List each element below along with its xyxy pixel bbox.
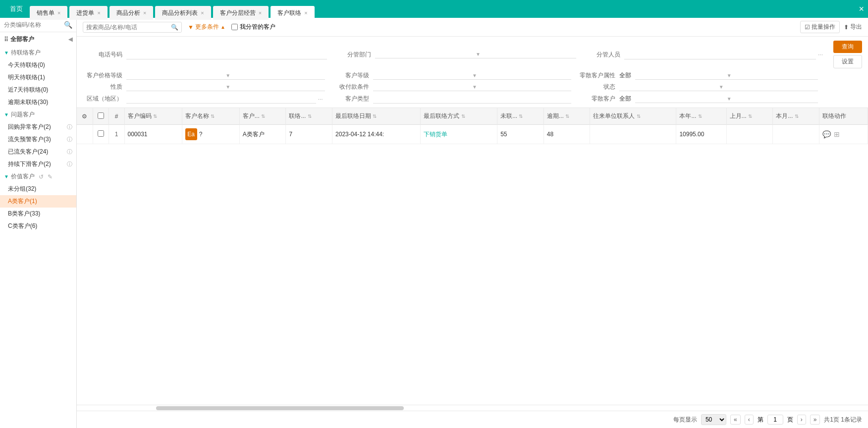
value-item-1[interactable]: A类客户(1) [0, 195, 76, 208]
checkbox-col-header[interactable] [93, 108, 108, 125]
region-input[interactable] [126, 94, 316, 104]
problem-group[interactable]: ▼ 问题客户 [0, 108, 76, 121]
pending-item-0[interactable]: 今天待联络(0) [0, 59, 76, 71]
person-dots-icon[interactable]: ··· [816, 51, 825, 58]
problem-item-label: 回购异常客户(2) [8, 123, 51, 131]
value-group[interactable]: ▼ 价值客户 ↺ ✎ [0, 170, 76, 183]
this-month-col-header[interactable]: 本月... ⇅ [773, 108, 819, 125]
problem-item-3[interactable]: 持续下滑客户(2)ⓘ [0, 158, 76, 170]
last-date-col-header[interactable]: 最后联络日期 ⇅ [332, 108, 421, 125]
name-suffix: ? [199, 131, 203, 138]
filter-search-input[interactable] [86, 24, 171, 31]
info-icon: ⓘ [67, 136, 72, 143]
current-page-input[interactable] [767, 415, 783, 425]
problem-items: 回购异常客户(2)ⓘ流失预警客户(3)ⓘ已流失客户(24)ⓘ持续下滑客户(2)ⓘ [0, 121, 76, 170]
sidebar-search-icon[interactable]: 🔍 [64, 21, 72, 29]
qr-icon[interactable]: ⊞ [834, 130, 840, 138]
problem-item-2[interactable]: 已流失客户(24)ⓘ [0, 146, 76, 158]
value-item-0[interactable]: 未分组(32) [0, 183, 76, 195]
collapse-icon[interactable]: ◀ [68, 36, 72, 43]
my-customers-checkbox[interactable] [231, 24, 238, 30]
topbar-tab-3[interactable]: 商品分析列表× [155, 6, 211, 20]
contact-count-col-header[interactable]: 联络... ⇅ [286, 108, 332, 125]
code-col-header[interactable]: 客户编码 ⇅ [124, 108, 182, 125]
pending-item-3[interactable]: 逾期未联络(30) [0, 96, 76, 108]
last-method-link[interactable]: 下销货单 [424, 131, 447, 138]
last-page-btn[interactable]: » [810, 415, 820, 425]
topbar-tab-5[interactable]: 客户联络× [271, 6, 314, 20]
chat-icon[interactable]: 💬 [822, 130, 831, 138]
page-size-select[interactable]: 50 100 200 [701, 414, 726, 425]
select-all-checkbox[interactable] [98, 112, 104, 119]
topbar-tab-0[interactable]: 销售单× [30, 6, 67, 20]
value-refresh-icon[interactable]: ↺ [39, 173, 44, 180]
payment-label: 收付款条件 [333, 83, 373, 91]
next-page-btn[interactable]: › [797, 415, 806, 425]
action-col-header: 联络动作 [819, 108, 868, 125]
row-last-method-cell[interactable]: 下销货单 [421, 125, 497, 144]
type-col-header[interactable]: 客户... ⇅ [239, 108, 286, 125]
no-contact-col-header[interactable]: 未联... ⇅ [497, 108, 544, 125]
pending-item-2[interactable]: 近7天待联络(0) [0, 84, 76, 96]
problem-item-0[interactable]: 回购异常客户(2)ⓘ [0, 121, 76, 133]
person-input[interactable] [624, 50, 816, 59]
tab-label: 客户分层经营 [220, 6, 256, 20]
topbar-tab-2[interactable]: 商品分析× [109, 6, 153, 20]
value-arrow: ▼ [4, 174, 9, 179]
phone-input[interactable] [126, 50, 327, 59]
gear-col-header[interactable]: ⚙ [77, 108, 93, 125]
sidebar-search-bar: 🔍 [0, 18, 76, 32]
sidebar-search-input[interactable] [4, 21, 64, 28]
info-icon: ⓘ [67, 160, 72, 168]
settings-button[interactable]: 设置 [833, 55, 862, 68]
all-customers-header[interactable]: ⠿ 全部客户 ◀ [0, 32, 76, 47]
region-dots-icon[interactable]: ··· [316, 96, 325, 103]
customer-level-select[interactable]: ▼ [373, 72, 572, 80]
nature-select[interactable]: ▼ [126, 83, 325, 91]
overdue-col-header[interactable]: 逾期... ⇅ [543, 108, 590, 125]
value-item-3[interactable]: C类客户(6) [0, 220, 76, 232]
first-page-btn[interactable]: « [730, 415, 741, 425]
query-button[interactable]: 查询 [833, 41, 862, 53]
tab-close-icon[interactable]: × [304, 6, 307, 20]
export-icon: ⬆ [844, 24, 849, 31]
scatter-cust-select[interactable]: ▼ [635, 95, 818, 103]
h-scrollbar-area[interactable] [77, 405, 868, 411]
topbar-tab-4[interactable]: 客户分层经营× [213, 6, 269, 20]
tab-close-icon[interactable]: × [259, 6, 262, 20]
name-col-header[interactable]: 客户名称 ⇅ [182, 108, 239, 125]
name-block: Ea [185, 128, 197, 140]
value-item-2[interactable]: B类客户(33) [0, 208, 76, 220]
value-edit-icon[interactable]: ✎ [48, 173, 53, 180]
h-scrollbar-thumb[interactable] [156, 406, 404, 410]
last-month-col-header[interactable]: 上月... ⇅ [726, 108, 773, 125]
filter-search-icon[interactable]: 🔍 [171, 24, 178, 31]
pending-item-1[interactable]: 明天待联络(1) [0, 71, 76, 84]
row-checkbox[interactable] [98, 130, 104, 137]
topbar-tab-1[interactable]: 进货单× [69, 6, 107, 20]
problem-item-1[interactable]: 流失预警客户(3)ⓘ [0, 133, 76, 146]
row-checkbox-cell[interactable] [93, 125, 108, 144]
this-year-col-header[interactable]: 本年... ⇅ [676, 108, 726, 125]
batch-op-btn[interactable]: ☑ 批量操作 [800, 21, 840, 33]
customer-type-input[interactable] [373, 94, 572, 104]
last-method-col-header[interactable]: 最后联络方式 ⇅ [421, 108, 497, 125]
home-tab[interactable]: 首页 [4, 0, 29, 18]
tab-close-icon[interactable]: × [97, 6, 100, 20]
unit-contact-col-header[interactable]: 往来单位联系人 ⇅ [590, 108, 676, 125]
payment-select[interactable]: ▼ [373, 83, 572, 91]
pending-group[interactable]: ▼ 待联络客户 [0, 47, 76, 59]
status-select[interactable]: ▼ [619, 83, 818, 91]
export-btn[interactable]: ⬆ 导出 [844, 23, 862, 31]
tab-close-icon[interactable]: × [143, 6, 146, 20]
filter-icon: ▼ [188, 24, 194, 31]
dept-select[interactable]: ▼ [375, 51, 576, 58]
price-level-select[interactable]: ▼ [126, 72, 325, 80]
tab-close-icon[interactable]: × [57, 6, 60, 20]
my-customers-checkbox-wrapper[interactable]: 我分管的客户 [231, 23, 275, 31]
topbar-close-icon[interactable]: × [859, 4, 864, 14]
scatter-attr-select[interactable]: ▼ [635, 72, 818, 80]
tab-close-icon[interactable]: × [201, 6, 204, 20]
prev-page-btn[interactable]: ‹ [745, 415, 754, 425]
more-conditions-btn[interactable]: ▼ 更多条件 ▲ [188, 23, 225, 31]
